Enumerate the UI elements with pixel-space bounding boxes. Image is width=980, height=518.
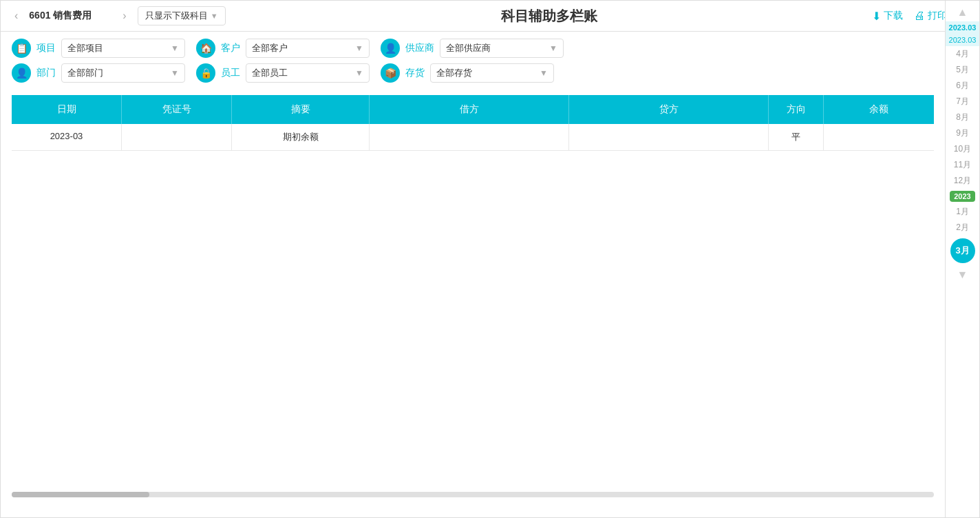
customer-icon: 🏠	[196, 39, 215, 58]
account-code-label: 6601 销售费用	[29, 10, 111, 22]
header-bar: ‹ 6601 销售费用 › 只显示下级科目 ▼ 科目辅助多栏账 ⬇ 下载 🖨 打…	[1, 1, 979, 32]
customer-chevron-icon: ▼	[355, 43, 363, 53]
inventory-chevron-icon: ▼	[540, 68, 548, 78]
filter-item-customer: 🏠 客户 全部客户 ▼	[196, 39, 370, 58]
show-sub-button[interactable]: 只显示下级科目 ▼	[138, 6, 226, 25]
show-sub-label: 只显示下级科目	[145, 10, 208, 22]
timeline-item-7[interactable]: 7月	[946, 94, 979, 110]
col-voucher: 凭证号	[122, 95, 232, 124]
timeline-item-3-active[interactable]: 3月	[950, 238, 975, 263]
employee-select[interactable]: 全部员工 ▼	[246, 63, 370, 83]
account-code: 6601	[29, 10, 50, 21]
main-content: 📋 项目 全部项目 ▼ 🏠 客户 全部客户 ▼ 👤	[1, 32, 979, 511]
print-button[interactable]: 🖨 打印	[914, 10, 947, 23]
table-header: 日期 凭证号 摘要 借方 贷方 方向 余额	[12, 95, 934, 124]
filter-row-1: 📋 项目 全部项目 ▼ 🏠 客户 全部客户 ▼ 👤	[12, 39, 968, 58]
filter-item-supplier: 👤 供应商 全部供应商 ▼	[381, 39, 564, 58]
employee-value: 全部员工	[252, 67, 352, 79]
table-wrapper: 日期 凭证号 摘要 借方 贷方 方向 余额 2023-03 期初余额 平	[12, 95, 934, 151]
timeline-item-9[interactable]: 9月	[946, 125, 979, 141]
supplier-icon: 👤	[381, 39, 400, 58]
employee-icon: 🔒	[196, 63, 215, 83]
inventory-value: 全部存货	[436, 67, 537, 79]
print-icon: 🖨	[914, 10, 925, 22]
supplier-label: 供应商	[405, 42, 434, 54]
account-name: 销售费用	[53, 10, 92, 21]
timeline-item-4[interactable]: 4月	[946, 46, 979, 62]
department-select[interactable]: 全部部门 ▼	[61, 63, 185, 83]
horizontal-scrollbar[interactable]	[12, 492, 934, 497]
filter-item-department: 👤 部门 全部部门 ▼	[12, 63, 185, 83]
download-button[interactable]: ⬇ 下载	[872, 10, 903, 23]
scrollbar-thumb[interactable]	[12, 492, 149, 497]
download-icon: ⬇	[872, 10, 881, 23]
timeline-panel: ▲ 2023.03 2023.03 4月 5月 6月 7月 8月 9月 10月 …	[945, 1, 979, 517]
table-body: 2023-03 期初余额 平	[12, 124, 934, 151]
department-icon: 👤	[12, 63, 31, 83]
project-label: 项目	[36, 42, 56, 54]
timeline-scroll-down-button[interactable]: ▼	[955, 266, 971, 284]
filter-item-inventory: 📦 存货 全部存货 ▼	[381, 63, 554, 83]
timeline-item-10[interactable]: 10月	[946, 141, 979, 157]
employee-label: 员工	[221, 67, 240, 79]
customer-value: 全部客户	[252, 42, 352, 54]
filter-area: 📋 项目 全部项目 ▼ 🏠 客户 全部客户 ▼ 👤	[1, 32, 979, 95]
filter-item-employee: 🔒 员工 全部员工 ▼	[196, 63, 370, 83]
timeline-scroll-up-button[interactable]: ▲	[955, 3, 971, 21]
timeline-item-8[interactable]: 8月	[946, 110, 979, 125]
cell-date: 2023-03	[12, 124, 122, 150]
cell-balance	[824, 124, 934, 150]
department-value: 全部部门	[67, 67, 168, 79]
col-direction: 方向	[769, 95, 824, 124]
cell-direction: 平	[769, 124, 824, 150]
employee-chevron-icon: ▼	[355, 68, 363, 78]
col-credit: 贷方	[569, 95, 769, 124]
cell-summary: 期初余额	[232, 124, 370, 150]
page-title: 科目辅助多栏账	[234, 7, 864, 25]
col-date: 日期	[12, 95, 122, 124]
table-row: 2023-03 期初余额 平	[12, 124, 934, 151]
timeline-item-6[interactable]: 6月	[946, 78, 979, 94]
timeline-item-2[interactable]: 2月	[946, 220, 979, 236]
supplier-select[interactable]: 全部供应商 ▼	[440, 39, 564, 58]
filter-row-2: 👤 部门 全部部门 ▼ 🔒 员工 全部员工 ▼ 📦	[12, 63, 968, 83]
year-badge-2023[interactable]: 2023	[950, 191, 974, 202]
project-chevron-icon: ▼	[171, 43, 179, 53]
supplier-value: 全部供应商	[446, 42, 546, 54]
chevron-down-icon: ▼	[211, 12, 218, 20]
inventory-select[interactable]: 全部存货 ▼	[430, 63, 554, 83]
project-select[interactable]: 全部项目 ▼	[61, 39, 185, 58]
timeline-item-1[interactable]: 1月	[946, 204, 979, 220]
prev-account-button[interactable]: ‹	[12, 8, 21, 23]
col-balance: 余额	[824, 95, 934, 124]
download-label: 下载	[884, 10, 903, 22]
timeline-item-2023-03-top[interactable]: 2023.03	[946, 21, 979, 34]
supplier-chevron-icon: ▼	[549, 43, 557, 53]
col-debit: 借方	[370, 95, 569, 124]
department-label: 部门	[36, 67, 56, 79]
filter-item-project: 📋 项目 全部项目 ▼	[12, 39, 185, 58]
timeline-item-5[interactable]: 5月	[946, 62, 979, 78]
main-window: ‹ 6601 销售费用 › 只显示下级科目 ▼ 科目辅助多栏账 ⬇ 下载 🖨 打…	[0, 0, 980, 518]
timeline-item-2023-03[interactable]: 2023.03	[946, 34, 979, 46]
col-summary: 摘要	[232, 95, 370, 124]
department-chevron-icon: ▼	[171, 68, 179, 78]
project-icon: 📋	[12, 39, 31, 58]
timeline-item-11[interactable]: 11月	[946, 157, 979, 173]
inventory-icon: 📦	[381, 63, 400, 83]
customer-select[interactable]: 全部客户 ▼	[246, 39, 370, 58]
cell-voucher	[122, 124, 232, 150]
cell-debit	[370, 124, 569, 150]
inventory-label: 存货	[405, 67, 425, 79]
timeline-item-12[interactable]: 12月	[946, 173, 979, 189]
customer-label: 客户	[221, 42, 240, 54]
action-buttons: ⬇ 下载 🖨 打印	[872, 10, 947, 23]
next-account-button[interactable]: ›	[120, 8, 129, 23]
project-value: 全部项目	[67, 42, 168, 54]
cell-credit	[569, 124, 769, 150]
